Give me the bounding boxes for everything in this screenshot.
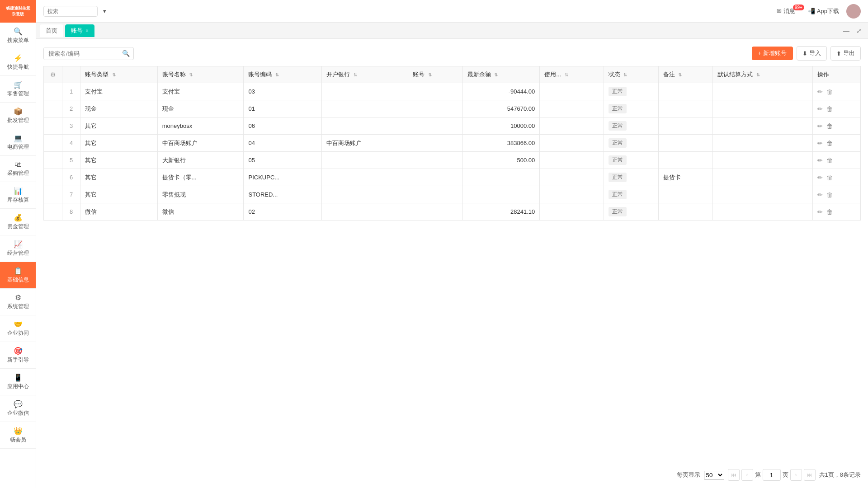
col-remark[interactable]: 备注 ⇅ <box>658 66 713 83</box>
col-default-settlement[interactable]: 默认结算方式 ⇅ <box>713 66 813 83</box>
col-type[interactable]: 账号类型 ⇅ <box>80 66 158 83</box>
edit-icon[interactable]: ✏ <box>817 191 823 198</box>
row-remark <box>658 152 713 169</box>
sidebar-item-member[interactable]: 👑 畅会员 <box>0 422 36 449</box>
row-settings <box>44 169 62 186</box>
row-balance: 500.00 <box>462 152 540 169</box>
export-button[interactable]: ⬆ 导出 <box>830 46 861 61</box>
sidebar-item-enterprise-agreement[interactable]: 🤝 企业协同 <box>0 315 36 342</box>
sidebar-item-system-mgmt[interactable]: ⚙ 系统管理 <box>0 289 36 315</box>
prev-page-button[interactable]: ‹ <box>741 469 753 481</box>
edit-icon[interactable]: ✏ <box>817 140 823 147</box>
row-type: 其它 <box>80 152 158 169</box>
table-row: 8 微信 微信 02 28241.10 正常 ✏ 🗑 <box>44 203 861 221</box>
col-code-label: 账号编码 <box>248 71 272 78</box>
message-button[interactable]: ✉ 消息 99+ <box>777 7 801 15</box>
tab-maximize-button[interactable]: ⤢ <box>854 25 864 36</box>
page-input[interactable] <box>763 469 781 481</box>
row-num: 3 <box>62 117 80 135</box>
header-search-input[interactable] <box>43 6 98 17</box>
sidebar-item-app-center[interactable]: 📱 应用中心 <box>0 369 36 395</box>
sidebar-item-enterprise-wechat[interactable]: 💬 企业微信 <box>0 395 36 422</box>
page-size-select[interactable]: 50 100 200 <box>704 471 724 479</box>
col-name-sort-icon: ⇅ <box>189 72 193 77</box>
row-use <box>540 135 604 152</box>
delete-icon[interactable]: 🗑 <box>826 157 833 164</box>
row-code: PICKUPC... <box>244 169 322 186</box>
col-settings[interactable]: ⚙ <box>44 66 62 83</box>
row-account <box>408 117 462 135</box>
edit-icon[interactable]: ✏ <box>817 157 823 164</box>
sidebar-item-wholesale-mgmt[interactable]: 📦 批发管理 <box>0 103 36 129</box>
edit-icon[interactable]: ✏ <box>817 122 823 130</box>
col-balance[interactable]: 最新余额 ⇅ <box>462 66 540 83</box>
delete-icon[interactable]: 🗑 <box>826 122 833 130</box>
row-default-settlement <box>713 83 813 100</box>
sidebar-item-inventory[interactable]: 📊 库存核算 <box>0 182 36 209</box>
search-input[interactable] <box>44 47 118 60</box>
tab-account-label: 账号 <box>71 27 83 35</box>
delete-icon[interactable]: 🗑 <box>826 140 833 147</box>
tab-home[interactable]: 首页 <box>40 24 63 37</box>
capital-icon: 💰 <box>14 213 23 222</box>
table-row: 2 现金 现金 01 547670.00 正常 ✏ 🗑 <box>44 100 861 117</box>
edit-icon[interactable]: ✏ <box>817 208 823 216</box>
row-settings <box>44 83 62 100</box>
tab-account[interactable]: 账号 × <box>65 24 94 37</box>
edit-icon[interactable]: ✏ <box>817 174 823 181</box>
search-icon[interactable]: 🔍 <box>118 50 133 57</box>
row-code: 04 <box>244 135 322 152</box>
row-action: ✏ 🗑 <box>813 203 861 221</box>
sidebar-item-new-guide[interactable]: 🎯 新手引导 <box>0 342 36 369</box>
edit-icon[interactable]: ✏ <box>817 88 823 95</box>
first-page-button[interactable]: ⏮ <box>728 469 740 481</box>
header-dropdown[interactable]: ▾ <box>103 8 106 14</box>
operations-icon: 📈 <box>14 240 23 249</box>
sidebar-item-operations-mgmt[interactable]: 📈 经营管理 <box>0 235 36 262</box>
edit-icon[interactable]: ✏ <box>817 105 823 113</box>
sidebar-item-purchase-mgmt[interactable]: 🛍 采购管理 <box>0 156 36 182</box>
search-box: 🔍 <box>43 47 134 60</box>
col-action-label: 操作 <box>817 71 829 78</box>
last-page-button[interactable]: ⏭ <box>804 469 816 481</box>
col-default-settlement-sort-icon: ⇅ <box>756 72 760 77</box>
sidebar-item-retail-mgmt[interactable]: 🛒 零售管理 <box>0 76 36 103</box>
purchase-icon: 🛍 <box>14 160 22 169</box>
row-use <box>540 83 604 100</box>
row-code: 03 <box>244 83 322 100</box>
col-bank[interactable]: 开户银行 ⇅ <box>322 66 408 83</box>
app-download-button[interactable]: 📲 App下载 <box>808 7 839 15</box>
avatar[interactable] <box>846 4 861 19</box>
delete-icon[interactable]: 🗑 <box>826 174 833 181</box>
col-use[interactable]: 使用... ⇅ <box>540 66 604 83</box>
row-default-settlement <box>713 117 813 135</box>
settings-gear-icon[interactable]: ⚙ <box>48 70 57 79</box>
sidebar-logo: 畅捷通财生意 乐意版 <box>0 0 36 23</box>
ecommerce-icon: 💻 <box>14 134 23 142</box>
tab-minimize-button[interactable]: — <box>841 25 852 36</box>
add-account-button[interactable]: + 新增账号 <box>752 47 793 60</box>
row-type: 其它 <box>80 117 158 135</box>
sidebar-item-label: 零售管理 <box>7 90 29 98</box>
sidebar-item-basic-info[interactable]: 📋 基础信息 <box>0 262 36 289</box>
row-num: 4 <box>62 135 80 152</box>
delete-icon[interactable]: 🗑 <box>826 191 833 198</box>
next-page-button[interactable]: › <box>790 469 802 481</box>
row-code: 06 <box>244 117 322 135</box>
delete-icon[interactable]: 🗑 <box>826 88 833 95</box>
row-remark <box>658 186 713 203</box>
delete-icon[interactable]: 🗑 <box>826 208 833 216</box>
tab-close-icon[interactable]: × <box>85 28 89 34</box>
sidebar-item-search-menu[interactable]: 🔍 搜索菜单 <box>0 23 36 49</box>
logo-sub: 乐意版 <box>12 12 24 17</box>
sidebar-item-ecommerce-mgmt[interactable]: 💻 电商管理 <box>0 129 36 156</box>
col-name[interactable]: 账号名称 ⇅ <box>157 66 244 83</box>
sidebar-item-label: 系统管理 <box>7 303 29 310</box>
col-account[interactable]: 账号 ⇅ <box>408 66 462 83</box>
col-code[interactable]: 账号编码 ⇅ <box>244 66 322 83</box>
sidebar-item-capital-mgmt[interactable]: 💰 资金管理 <box>0 209 36 235</box>
import-button[interactable]: ⬇ 导入 <box>797 46 827 61</box>
col-status[interactable]: 状态 ⇅ <box>604 66 658 83</box>
sidebar-item-quick-nav[interactable]: ⚡ 快捷导航 <box>0 49 36 76</box>
delete-icon[interactable]: 🗑 <box>826 105 833 113</box>
